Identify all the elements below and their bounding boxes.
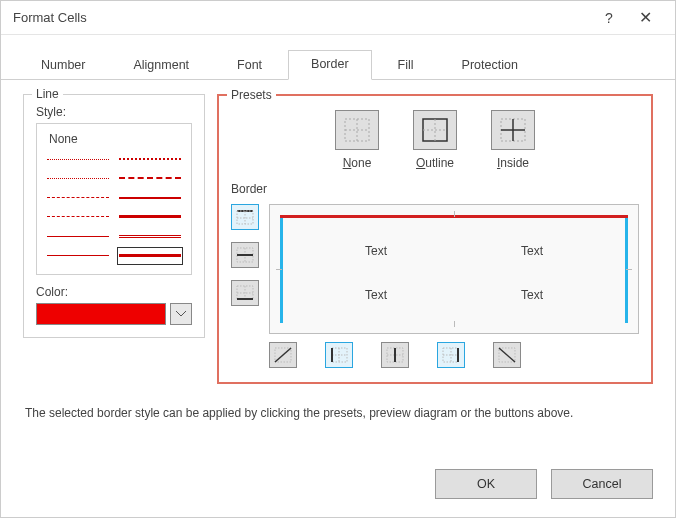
- preview-cell: Text: [454, 273, 610, 317]
- style-solid-medium[interactable]: [119, 191, 181, 205]
- style-solid-thin[interactable]: [47, 229, 109, 243]
- style-dashed[interactable]: [47, 191, 109, 205]
- tab-border[interactable]: Border: [288, 50, 372, 80]
- titlebar: Format Cells ? ✕: [1, 1, 675, 35]
- border-preview[interactable]: Text Text Text Text: [269, 204, 639, 334]
- preset-inside-label: Inside: [497, 156, 529, 170]
- preset-inside-icon: [499, 117, 527, 143]
- preview-cell: Text: [298, 273, 454, 317]
- ok-button[interactable]: OK: [435, 469, 537, 499]
- panel-border: Line Style: None: [1, 80, 675, 455]
- svg-line-34: [499, 348, 515, 362]
- tab-bar: Number Alignment Font Border Fill Protec…: [1, 35, 675, 80]
- preset-outline-icon: [421, 117, 449, 143]
- style-solid-thick[interactable]: [119, 210, 181, 224]
- dialog-buttons: OK Cancel: [1, 455, 675, 517]
- tab-fill[interactable]: Fill: [376, 52, 436, 80]
- border-middle-horizontal-button[interactable]: [231, 242, 259, 268]
- border-mid-h-icon: [236, 247, 254, 263]
- style-dotted[interactable]: [47, 171, 109, 185]
- border-middle-vertical-button[interactable]: [381, 342, 409, 368]
- style-dotted-thin[interactable]: [47, 152, 109, 166]
- border-right-button[interactable]: [437, 342, 465, 368]
- border-diag-up-icon: [274, 347, 292, 363]
- border-top-button[interactable]: [231, 204, 259, 230]
- tab-font[interactable]: Font: [215, 52, 284, 80]
- preview-cell: Text: [454, 229, 610, 273]
- border-top-icon: [236, 209, 254, 225]
- border-mid-v-icon: [386, 347, 404, 363]
- style-none[interactable]: None: [43, 130, 185, 150]
- border-bottom-icon: [236, 285, 254, 301]
- border-left-button[interactable]: [325, 342, 353, 368]
- border-diag-up-button[interactable]: [269, 342, 297, 368]
- color-dropdown[interactable]: [170, 303, 192, 325]
- cancel-button[interactable]: Cancel: [551, 469, 653, 499]
- style-solid[interactable]: [47, 249, 109, 263]
- preview-right-border: [625, 218, 628, 323]
- tab-alignment[interactable]: Alignment: [111, 52, 211, 80]
- tab-protection[interactable]: Protection: [440, 52, 540, 80]
- help-button[interactable]: ?: [591, 10, 627, 26]
- window-title: Format Cells: [13, 10, 591, 25]
- border-diag-down-button[interactable]: [493, 342, 521, 368]
- preset-none-label: None: [343, 156, 372, 170]
- border-left-icon: [330, 347, 348, 363]
- group-presets-label: Presets: [227, 88, 276, 102]
- tab-number[interactable]: Number: [19, 52, 107, 80]
- group-line-label: Line: [32, 87, 63, 101]
- style-dash-thick[interactable]: [119, 171, 181, 185]
- preset-none[interactable]: [335, 110, 379, 150]
- group-line: Line Style: None: [23, 94, 205, 338]
- border-bottom-button[interactable]: [231, 280, 259, 306]
- style-label: Style:: [36, 105, 192, 119]
- preset-outline[interactable]: [413, 110, 457, 150]
- preset-inside[interactable]: [491, 110, 535, 150]
- border-diag-down-icon: [498, 347, 516, 363]
- style-dashdot-thick[interactable]: [119, 152, 181, 166]
- group-border-label: Border: [227, 182, 639, 196]
- style-double[interactable]: [119, 229, 181, 243]
- border-right-icon: [442, 347, 460, 363]
- chevron-down-icon: [176, 311, 186, 317]
- group-presets-border: Presets None: [217, 94, 653, 384]
- svg-line-21: [275, 348, 291, 362]
- preset-none-icon: [343, 117, 371, 143]
- style-solid-heavy[interactable]: [119, 249, 181, 263]
- preview-cell: Text: [298, 229, 454, 273]
- preset-outline-label: Outline: [416, 156, 454, 170]
- hint-text: The selected border style can be applied…: [23, 396, 653, 422]
- style-dashdot[interactable]: [47, 210, 109, 224]
- preview-left-border: [280, 218, 283, 323]
- close-button[interactable]: ✕: [627, 8, 663, 27]
- line-style-picker[interactable]: None: [36, 123, 192, 275]
- color-label: Color:: [36, 285, 192, 299]
- color-swatch[interactable]: [36, 303, 166, 325]
- format-cells-dialog: Format Cells ? ✕ Number Alignment Font B…: [0, 0, 676, 518]
